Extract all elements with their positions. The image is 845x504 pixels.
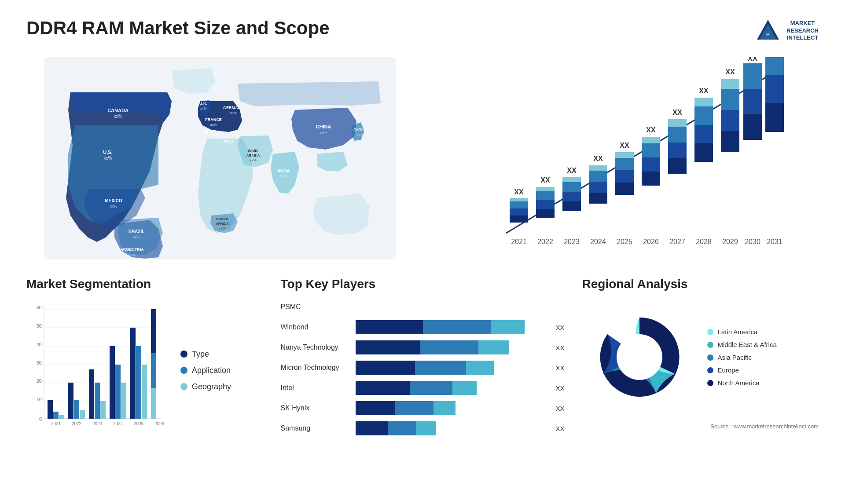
svg-rect-131: [121, 383, 126, 419]
europe-label: Europe: [718, 366, 739, 374]
application-label: Application: [192, 366, 231, 375]
svg-text:xx%: xx%: [129, 253, 135, 257]
svg-text:CHINA: CHINA: [316, 124, 331, 129]
svg-rect-49: [562, 192, 581, 201]
latin-america-label: Latin America: [718, 328, 758, 336]
svg-point-142: [617, 334, 662, 380]
legend-europe: Europe: [707, 366, 777, 374]
latin-america-dot: [707, 329, 713, 335]
middle-east-dot: [707, 342, 713, 348]
north-america-dot: [707, 380, 713, 386]
svg-rect-61: [615, 152, 634, 158]
segmentation-chart-area: 0 10 20 30 40 50 60: [26, 300, 263, 441]
psmc-bar: [356, 300, 565, 314]
nanya-name: Nanya Technology: [281, 343, 351, 351]
svg-text:ITALY: ITALY: [224, 139, 235, 144]
svg-rect-118: [53, 412, 59, 419]
svg-rect-71: [668, 119, 687, 127]
micron-name: Micron Technology: [281, 364, 351, 372]
player-intel: Intel XX: [281, 381, 565, 395]
svg-rect-100: [765, 57, 784, 75]
svg-rect-130: [115, 365, 121, 419]
player-skhynix: SK Hynix XX: [281, 401, 565, 415]
svg-text:2025: 2025: [134, 421, 144, 426]
svg-text:2028: 2028: [696, 238, 712, 245]
top-section: CANADA xx% U.S. xx% MEXICO xx% BRAZIL xx…: [26, 57, 819, 259]
svg-text:xx%: xx%: [207, 135, 213, 139]
geography-label: Geography: [192, 382, 231, 391]
svg-text:SPAIN: SPAIN: [205, 129, 217, 134]
svg-text:XX: XX: [748, 57, 757, 62]
svg-rect-55: [589, 171, 607, 182]
svg-rect-94: [743, 114, 762, 140]
svg-text:2026: 2026: [643, 238, 659, 245]
svg-rect-139: [151, 309, 156, 353]
svg-rect-69: [668, 142, 687, 158]
skhynix-bar: [356, 401, 548, 415]
svg-text:2027: 2027: [669, 238, 685, 245]
legend-middle-east: Middle East & Africa: [707, 341, 777, 348]
svg-text:FRANCE: FRANCE: [205, 117, 222, 122]
svg-rect-81: [721, 79, 739, 89]
nanya-xx: XX: [555, 344, 564, 351]
svg-rect-58: [615, 183, 634, 195]
svg-text:xx%: xx%: [225, 145, 232, 149]
regional-title: Regional Analysis: [582, 277, 819, 291]
svg-text:XX: XX: [540, 176, 550, 184]
svg-rect-51: [562, 177, 581, 182]
player-micron: Micron Technology XX: [281, 361, 565, 375]
svg-rect-50: [562, 182, 581, 192]
svg-rect-141: [151, 388, 156, 419]
asia-pacific-dot: [707, 354, 713, 361]
type-dot: [180, 351, 187, 358]
svg-rect-125: [89, 369, 94, 419]
bottom-section: Market Segmentation 0 10 20 30 40 50 60: [26, 277, 819, 442]
growth-chart: XX XX XX XX: [431, 57, 819, 259]
svg-text:xx%: xx%: [132, 235, 140, 239]
svg-rect-98: [765, 103, 784, 132]
svg-rect-41: [510, 198, 528, 201]
winbond-name: Winbond: [281, 323, 351, 331]
svg-rect-127: [100, 401, 106, 419]
svg-rect-135: [142, 365, 147, 419]
svg-text:2023: 2023: [92, 421, 103, 426]
svg-text:ARABIA: ARABIA: [246, 153, 260, 157]
micron-bar: [356, 361, 548, 375]
svg-rect-121: [68, 383, 73, 419]
regional-legend: Latin America Middle East & Africa Asia …: [707, 328, 777, 387]
svg-text:ARGENTINA: ARGENTINA: [120, 247, 144, 252]
svg-text:GERMANY: GERMANY: [223, 106, 243, 110]
svg-text:XX: XX: [725, 68, 735, 76]
svg-text:xx%: xx%: [200, 106, 206, 110]
asia-pacific-label: Asia Pacific: [718, 354, 752, 361]
skhynix-xx: XX: [555, 405, 564, 412]
source-text: Source : www.marketresearchintellect.com: [582, 423, 819, 430]
svg-rect-54: [589, 182, 607, 193]
svg-rect-74: [694, 125, 713, 143]
logo-text: MARKET RESEARCH INTELLECT: [786, 20, 819, 42]
svg-rect-48: [562, 201, 581, 211]
svg-text:INDIA: INDIA: [278, 168, 290, 173]
players-title: Top Key Players: [281, 277, 565, 291]
svg-text:MEXICO: MEXICO: [105, 198, 122, 203]
svg-text:xx%: xx%: [219, 226, 225, 230]
donut-svg: [582, 300, 697, 414]
segmentation-panel: Market Segmentation 0 10 20 30 40 50 60: [26, 277, 263, 442]
segmentation-chart-svg: 0 10 20 30 40 50 60: [26, 300, 167, 441]
svg-text:2024: 2024: [113, 421, 123, 426]
players-panel: Top Key Players PSMC Winbond XX: [281, 277, 565, 442]
donut-area: Latin America Middle East & Africa Asia …: [582, 300, 819, 414]
winbond-xx: XX: [555, 324, 564, 331]
winbond-bar: [356, 320, 548, 334]
legend-application: Application: [180, 366, 231, 375]
svg-text:xx%: xx%: [114, 114, 122, 119]
north-america-label: North America: [718, 379, 760, 387]
svg-text:AFRICA: AFRICA: [216, 222, 229, 226]
svg-text:2021: 2021: [51, 421, 61, 426]
svg-text:XX: XX: [620, 142, 629, 149]
intel-name: Intel: [281, 384, 351, 392]
legend-type: Type: [180, 350, 231, 359]
skhynix-name: SK Hynix: [281, 404, 351, 412]
svg-text:xx%: xx%: [320, 131, 327, 135]
svg-rect-38: [510, 215, 528, 223]
